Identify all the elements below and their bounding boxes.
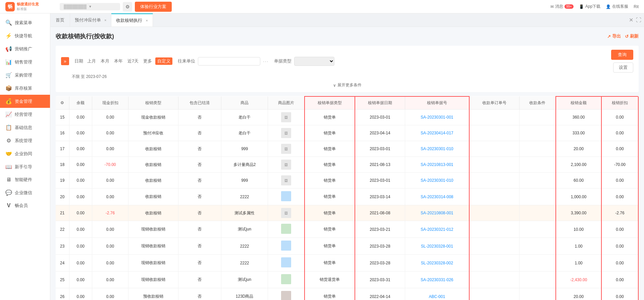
cell-amount: 2,100.00 xyxy=(556,157,601,173)
sidebar-item-hardware[interactable]: 🖥 智能硬件 xyxy=(0,173,50,186)
expand-button[interactable]: ∨ 展开更多条件 xyxy=(61,82,633,88)
table-row: 26 0.00 0.00 预收款核销 否 123D商品 销货单 2022-04-… xyxy=(56,288,638,300)
sidebar-item-inventory[interactable]: 📦 库存核算 xyxy=(0,82,50,95)
cell-receipt-order xyxy=(469,238,519,255)
refresh-action[interactable]: ↺ 刷新 xyxy=(625,33,639,39)
product-image xyxy=(281,191,291,201)
sidebar-item-sales[interactable]: 📊 销售管理 xyxy=(0,55,50,69)
sidebar-item-marketing[interactable]: 📢 营销推广 xyxy=(0,42,50,55)
cell-writeoff-no: SA-20210808-001 xyxy=(405,205,469,221)
sidebar-item-nav[interactable]: ⚡ 快捷导航 xyxy=(0,29,50,42)
cell-index: 22 xyxy=(56,221,69,238)
writeoff-no-link[interactable]: SA-20210813-001 xyxy=(421,162,453,167)
date-this-month[interactable]: 本月 xyxy=(99,57,111,65)
writeoff-no-link[interactable]: SL-20230328-002 xyxy=(421,261,453,265)
page-title: 收款核销执行(按收款) xyxy=(56,32,114,40)
search-arrow-icon: ▼ xyxy=(89,5,92,8)
notification-area[interactable]: ✉ 消息 99+ xyxy=(550,4,574,9)
th-receipt-order: 收款单订单号 xyxy=(469,96,519,110)
refresh-label: 刷新 xyxy=(630,33,639,39)
writeoff-no-link[interactable]: SA-20230301-001 xyxy=(421,115,453,120)
table-row: 22 0.00 0.00 现销收款核销 否 测试jun 销货单 2023-03-… xyxy=(56,221,638,238)
tab-writeoff[interactable]: 收款核销执行 × xyxy=(111,13,153,27)
cell-doc-type: 销货单 xyxy=(305,188,355,205)
cell-amount: 1.00 xyxy=(556,255,601,271)
sidebar-label-guide: 新手引导 xyxy=(15,164,32,170)
cell-discount: 0.00 xyxy=(601,110,638,125)
tab-expand-icon[interactable]: ⛶ xyxy=(636,17,641,23)
date-more[interactable]: 更多 xyxy=(142,57,153,65)
top-search[interactable]: ████████ ▼ xyxy=(60,3,120,10)
tab-home[interactable]: 首页 xyxy=(50,13,70,27)
sidebar-item-search[interactable]: 🔍 搜索菜单 xyxy=(0,16,50,29)
table-scroll[interactable]: ⚙ 余额 现金折扣 核销类型 包含已结清 商品 商品图片 核销单据类型 核销单据… xyxy=(56,96,639,300)
cell-receipt-cond xyxy=(519,141,556,157)
sidebar-label-basic-info: 基础信息 xyxy=(15,125,32,131)
sidebar-item-system[interactable]: ⚙ 系统管理 xyxy=(0,134,50,147)
product-image: 🖼 xyxy=(281,128,291,138)
writeoff-no-link[interactable]: SA-20230321-012 xyxy=(421,227,453,232)
cell-amount: -2,430.00 xyxy=(556,271,601,288)
sidebar-item-guide[interactable]: 📖 新手引导 xyxy=(0,160,50,173)
cell-date: 2023-03-31 xyxy=(355,271,405,288)
sidebar-item-wechat[interactable]: 💬 企业微信 xyxy=(0,186,50,199)
table-body: 15 0.00 0.00 现金收款核销 否 老白干 🖼 销货单 2023-03-… xyxy=(56,110,638,300)
writeoff-no-link[interactable]: SA-20230301-010 xyxy=(421,146,453,151)
doc-type-select[interactable] xyxy=(294,57,334,66)
query-button[interactable]: 查询 xyxy=(611,50,633,60)
online-service-area[interactable]: 👤 在线客服 xyxy=(606,4,628,9)
member-icon: V xyxy=(5,203,12,209)
date-this-year[interactable]: 本年 xyxy=(113,57,124,65)
cell-cash-discount: 0.00 xyxy=(92,110,128,125)
partner-input[interactable] xyxy=(198,57,260,66)
tab-writeoff-close[interactable]: × xyxy=(146,18,148,23)
product-image xyxy=(281,241,291,251)
product-image xyxy=(281,291,291,300)
date-last-month[interactable]: 上月 xyxy=(86,57,97,65)
sidebar-item-basic-info[interactable]: 📋 基础信息 xyxy=(0,121,50,134)
user-area[interactable]: Rit xyxy=(634,4,639,9)
sidebar-item-finance[interactable]: 💰 资金管理 xyxy=(0,95,50,108)
sidebar-item-member[interactable]: V 畅会员 xyxy=(0,199,50,212)
cell-goods: 999 xyxy=(221,141,268,157)
settings-icon[interactable]: ⚙ xyxy=(123,2,132,11)
filter-collapse-btn[interactable]: » xyxy=(61,57,69,65)
writeoff-no-link[interactable]: SL-20230328-001 xyxy=(421,244,453,249)
logo-area: 畅 畅捷通好生意 标准版 xyxy=(5,2,56,11)
date-7days[interactable]: 近7天 xyxy=(126,57,140,65)
sidebar-item-cooperation[interactable]: 🤝 企业协同 xyxy=(0,147,50,160)
writeoff-no-link[interactable]: SA-20210808-001 xyxy=(421,211,453,215)
sidebar-item-purchase[interactable]: 🛒 采购管理 xyxy=(0,69,50,82)
app-name: 畅捷通好生意 xyxy=(17,2,39,7)
settings-button[interactable]: 设置 xyxy=(613,62,633,73)
cell-goods-img xyxy=(268,221,305,238)
cell-discount: 0.00 xyxy=(601,125,638,141)
date-custom[interactable]: 自定义 xyxy=(155,57,172,65)
cell-included: 否 xyxy=(178,238,221,255)
tab-close-icon[interactable]: ✕ xyxy=(629,17,633,23)
tab-prepay[interactable]: 预付冲应付单 × xyxy=(70,13,111,27)
th-writeoff-doc-type: 核销单据类型 xyxy=(305,96,355,110)
cell-writeoff-no: SA-20230301-010 xyxy=(405,141,469,157)
writeoff-no-link[interactable]: SA-20230314-008 xyxy=(421,195,453,199)
export-action[interactable]: ↗ 导出 xyxy=(607,33,621,39)
purchase-icon: 🛒 xyxy=(5,72,12,78)
solution-button[interactable]: 体验行业方案 xyxy=(135,2,172,12)
writeoff-no-link[interactable]: SA-20230331-026 xyxy=(421,277,453,282)
tab-prepay-close[interactable]: × xyxy=(104,18,106,22)
table-row: 23 0.00 0.00 现销收款核销 否 2222 销货单 2023-03-2… xyxy=(56,238,638,255)
writeoff-no-link[interactable]: SA-20230301-010 xyxy=(421,178,453,183)
cell-receipt-order xyxy=(469,173,519,188)
cell-writeoff-type: 收款核销 xyxy=(128,188,178,205)
filter-partner: 往来单位 ··· xyxy=(178,57,269,66)
writeoff-no-link[interactable]: ABC-001 xyxy=(429,294,445,299)
writeoff-no-link[interactable]: SA-20230414-017 xyxy=(421,131,453,135)
cell-writeoff-no: SA-20230301-010 xyxy=(405,173,469,188)
sidebar-item-operations[interactable]: 📈 经营管理 xyxy=(0,108,50,121)
app-download-area[interactable]: 📱 App下载 xyxy=(579,4,600,9)
cell-balance: 0.00 xyxy=(69,238,92,255)
cell-date: 2023-03-21 xyxy=(355,221,405,238)
cell-writeoff-type: 现销收款核销 xyxy=(128,221,178,238)
cell-amount: 60.00 xyxy=(556,173,601,188)
sidebar-label-cooperation: 企业协同 xyxy=(15,151,32,157)
